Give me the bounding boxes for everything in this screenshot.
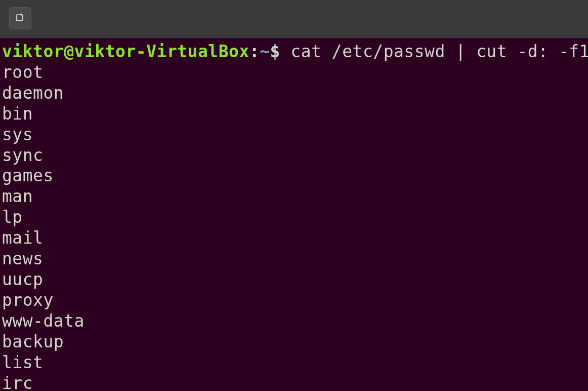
output-line: list [2,353,586,373]
output-line: sys [2,125,586,145]
output-line: news [2,249,586,269]
output-line: irc [2,373,586,392]
new-tab-icon [15,12,25,24]
terminal-body[interactable]: viktor@viktor-VirtualBox:~$ cat /etc/pas… [0,38,588,391]
output-line: proxy [2,290,586,311]
output-line: mail [2,228,586,249]
output-line: games [2,166,586,186]
prompt-colon: : [249,42,260,61]
output-line: www-data [2,311,586,332]
output-container: rootdaemonbinsyssyncgamesmanlpmailnewsuu… [2,62,586,391]
output-line: uucp [2,269,586,290]
prompt-path: ~ [260,42,270,61]
output-line: backup [2,332,586,353]
output-line: daemon [2,83,586,104]
prompt-line: viktor@viktor-VirtualBox:~$ cat /etc/pas… [2,42,586,62]
output-line: man [2,186,586,207]
output-line: bin [2,104,586,125]
output-line: root [2,62,586,83]
prompt-dollar: $ [270,42,291,61]
new-tab-button[interactable] [9,7,31,29]
output-line: lp [2,207,586,228]
command-text: cat /etc/passwd | cut -d: -f1 [290,42,588,61]
titlebar [0,0,588,38]
prompt-user-host: viktor@viktor-VirtualBox [2,42,249,61]
output-line: sync [2,145,586,166]
